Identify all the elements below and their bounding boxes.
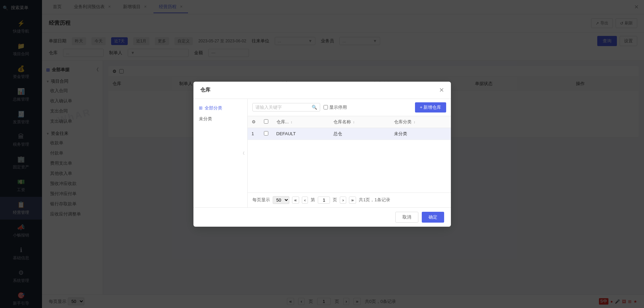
cell-code: DEFAULT bbox=[272, 128, 330, 140]
col-category-label: 仓库分类 bbox=[394, 119, 412, 124]
col-name-label: 仓库名称 bbox=[333, 119, 351, 124]
dialog-page-label: 页 bbox=[333, 197, 337, 203]
dialog-table: ⚙ 仓库... ↕ 仓库名称 ↕ bbox=[248, 116, 451, 140]
col-name: 仓库名称 ↕ bbox=[329, 116, 390, 128]
warehouse-dialog: 仓库 ✕ ⊞ 全部分类 《 未分类 bbox=[193, 82, 451, 227]
dialog-uncategorized[interactable]: 未分类 bbox=[193, 114, 247, 124]
cancel-button[interactable]: 取消 bbox=[395, 212, 418, 223]
cell-category: 未分类 bbox=[390, 128, 451, 140]
dialog-search-input[interactable] bbox=[255, 105, 310, 110]
dialog-page-input[interactable] bbox=[318, 197, 330, 204]
collapse-left-icon[interactable]: 《 bbox=[241, 150, 245, 156]
show-disabled-checkbox[interactable] bbox=[324, 105, 328, 109]
sort-icon-code: ↕ bbox=[291, 120, 292, 124]
col-code: 仓库... ↕ bbox=[272, 116, 330, 128]
dialog-right-panel: 🔍 显示停用 + 新增仓库 ⚙ bbox=[248, 99, 451, 207]
col-check bbox=[260, 116, 272, 128]
table-select-all[interactable] bbox=[264, 119, 268, 124]
cell-checkbox[interactable] bbox=[260, 128, 272, 140]
dialog-page-word: 第 bbox=[311, 197, 315, 203]
dialog-header: 仓库 ✕ bbox=[193, 82, 451, 99]
cell-name: 总仓 bbox=[329, 128, 390, 140]
grid-category-icon: ⊞ bbox=[199, 105, 203, 110]
uncategorized-label: 未分类 bbox=[199, 116, 212, 121]
col-code-label: 仓库... bbox=[276, 119, 289, 124]
modal-backdrop: 仓库 ✕ ⊞ 全部分类 《 未分类 bbox=[0, 0, 644, 308]
col-gear: ⚙ bbox=[248, 116, 260, 128]
dialog-next-page[interactable]: › bbox=[340, 197, 346, 204]
dialog-search-box[interactable]: 🔍 bbox=[252, 103, 320, 111]
sort-icon-name: ↕ bbox=[353, 120, 355, 124]
dialog-footer: 取消 确定 bbox=[193, 207, 451, 227]
dialog-all-category[interactable]: ⊞ 全部分类 《 bbox=[193, 102, 247, 114]
sort-icon-category: ↕ bbox=[414, 120, 415, 124]
dialog-prev-page[interactable]: ‹ bbox=[302, 197, 308, 204]
confirm-button[interactable]: 确定 bbox=[422, 212, 444, 223]
row-checkbox[interactable] bbox=[264, 131, 268, 136]
show-disabled-checkbox-label[interactable]: 显示停用 bbox=[324, 104, 347, 110]
search-icon: 🔍 bbox=[312, 105, 317, 110]
dialog-total: 共1页，1条记录 bbox=[359, 197, 390, 203]
dialog-close-button[interactable]: ✕ bbox=[439, 86, 444, 94]
dialog-first-page[interactable]: « bbox=[292, 197, 299, 204]
col-category: 仓库分类 ↕ bbox=[390, 116, 451, 128]
add-warehouse-button[interactable]: + 新增仓库 bbox=[415, 102, 446, 112]
dialog-pagination: 每页显示 50 « ‹ 第 页 › » 共1页，1条记录 bbox=[248, 192, 451, 207]
table-row[interactable]: 1 DEFAULT 总仓 未分类 bbox=[248, 128, 451, 140]
dialog-body: ⊞ 全部分类 《 未分类 🔍 显示停用 bbox=[193, 99, 451, 207]
dialog-table-wrapper: ⚙ 仓库... ↕ 仓库名称 ↕ bbox=[248, 116, 451, 192]
dialog-last-page[interactable]: » bbox=[349, 197, 356, 204]
all-category-label: 全部分类 bbox=[205, 105, 222, 111]
dialog-left-panel: ⊞ 全部分类 《 未分类 bbox=[193, 99, 248, 207]
show-disabled-label: 显示停用 bbox=[329, 104, 347, 110]
dialog-page-size-select[interactable]: 50 bbox=[273, 196, 289, 204]
cell-index: 1 bbox=[248, 128, 260, 140]
dialog-toolbar: 🔍 显示停用 + 新增仓库 bbox=[248, 99, 451, 116]
dialog-title: 仓库 bbox=[200, 87, 210, 93]
dialog-page-size-label: 每页显示 bbox=[252, 197, 270, 203]
